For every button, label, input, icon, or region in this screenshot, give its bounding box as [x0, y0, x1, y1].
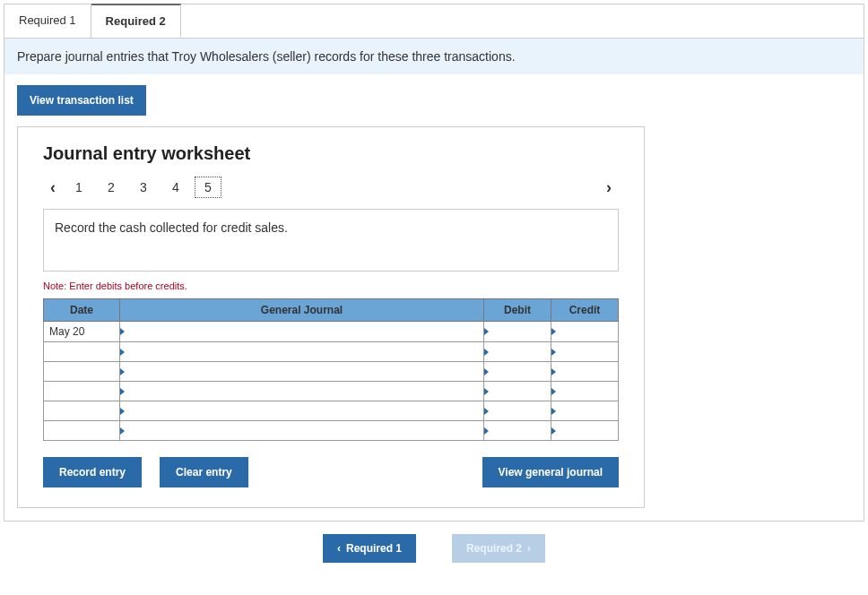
- debit-cell[interactable]: [484, 362, 551, 382]
- tab-required-2[interactable]: Required 2: [91, 4, 181, 37]
- date-cell[interactable]: [44, 362, 120, 382]
- dropdown-icon: [551, 328, 556, 335]
- worksheet-title: Journal entry worksheet: [43, 143, 619, 164]
- dropdown-icon: [120, 427, 125, 435]
- chevron-left-icon: ‹: [337, 542, 341, 555]
- dropdown-icon: [484, 368, 489, 375]
- credit-cell[interactable]: [551, 362, 619, 382]
- table-row: May 20: [44, 322, 619, 342]
- journal-cell[interactable]: [120, 401, 484, 421]
- instruction-text: Prepare journal entries that Troy Wholes…: [4, 39, 864, 74]
- pager-page-1[interactable]: 1: [65, 177, 92, 198]
- nav-prev-button[interactable]: ‹ Required 1: [323, 534, 416, 563]
- dropdown-icon: [551, 349, 556, 356]
- dropdown-icon: [551, 427, 556, 435]
- pager-page-4[interactable]: 4: [162, 177, 189, 198]
- dropdown-icon: [120, 408, 125, 415]
- note-text: Note: Enter debits before credits.: [43, 280, 619, 291]
- credit-cell[interactable]: [551, 401, 619, 421]
- clear-entry-button[interactable]: Clear entry: [160, 457, 248, 487]
- view-general-journal-button[interactable]: View general journal: [482, 457, 619, 487]
- table-row: [44, 382, 619, 401]
- credit-cell[interactable]: [551, 382, 619, 401]
- col-journal: General Journal: [120, 299, 484, 322]
- table-row: [44, 342, 619, 362]
- pager-prev-icon[interactable]: ‹: [43, 177, 63, 197]
- debit-cell[interactable]: [484, 401, 551, 421]
- pager-page-5[interactable]: 5: [195, 177, 221, 198]
- record-entry-button[interactable]: Record entry: [43, 457, 142, 487]
- date-cell[interactable]: [44, 421, 120, 441]
- table-row: [44, 401, 619, 421]
- journal-cell[interactable]: [120, 342, 484, 362]
- journal-cell[interactable]: [120, 421, 484, 441]
- view-transaction-list-button[interactable]: View transaction list: [17, 85, 146, 116]
- pager-next-icon[interactable]: ›: [599, 177, 619, 197]
- dropdown-icon: [120, 349, 125, 356]
- nav-next-button[interactable]: Required 2 ›: [452, 534, 545, 563]
- pager-page-2[interactable]: 2: [98, 177, 125, 198]
- col-debit: Debit: [484, 299, 551, 322]
- dropdown-icon: [551, 368, 556, 375]
- debit-cell[interactable]: [484, 421, 551, 441]
- journal-cell[interactable]: [120, 362, 484, 382]
- nav-next-label: Required 2: [466, 542, 522, 555]
- chevron-right-icon: ›: [527, 542, 531, 555]
- dropdown-icon: [484, 427, 489, 435]
- credit-cell[interactable]: [551, 421, 619, 441]
- table-row: [44, 362, 619, 382]
- credit-cell[interactable]: [551, 322, 619, 342]
- tab-required-1[interactable]: Required 1: [4, 4, 91, 38]
- dropdown-icon: [484, 349, 489, 356]
- dropdown-icon: [551, 408, 556, 415]
- credit-cell[interactable]: [551, 342, 619, 362]
- journal-cell[interactable]: [120, 322, 484, 342]
- col-credit: Credit: [551, 299, 619, 322]
- dropdown-icon: [484, 408, 489, 415]
- dropdown-icon: [120, 328, 125, 335]
- debit-cell[interactable]: [484, 382, 551, 401]
- journal-worksheet: Journal entry worksheet ‹ 1 2 3 4 5 › Re…: [17, 126, 645, 508]
- pager-page-3[interactable]: 3: [130, 177, 157, 198]
- date-cell[interactable]: [44, 401, 120, 421]
- journal-table: Date General Journal Debit Credit May 20: [43, 298, 619, 441]
- dropdown-icon: [551, 388, 556, 395]
- journal-cell[interactable]: [120, 382, 484, 401]
- entry-description: Record the cash collected for credit sal…: [43, 209, 619, 272]
- dropdown-icon: [120, 388, 125, 395]
- date-cell[interactable]: [44, 382, 120, 401]
- date-cell[interactable]: May 20: [44, 322, 120, 342]
- dropdown-icon: [120, 368, 125, 375]
- date-cell[interactable]: [44, 342, 120, 362]
- col-date: Date: [44, 299, 120, 322]
- debit-cell[interactable]: [484, 322, 551, 342]
- debit-cell[interactable]: [484, 342, 551, 362]
- nav-prev-label: Required 1: [346, 542, 402, 555]
- dropdown-icon: [484, 328, 489, 335]
- dropdown-icon: [484, 388, 489, 395]
- table-row: [44, 421, 619, 441]
